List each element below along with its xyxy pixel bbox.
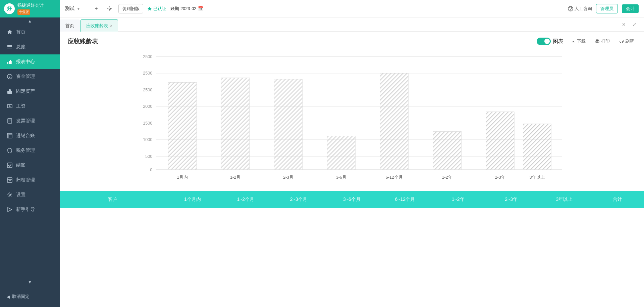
svg-rect-2 bbox=[7, 48, 12, 48]
col-header-3y-plus: 3年以上 bbox=[538, 191, 591, 208]
sidebar-item-invoice[interactable]: 发票管理 bbox=[0, 114, 60, 128]
svg-text:2500: 2500 bbox=[143, 71, 152, 76]
sidebar: 好 畅捷通好会计 专业版 ▲ 首页 总账 报表中心 ¥ bbox=[0, 0, 60, 307]
svg-text:0: 0 bbox=[150, 168, 152, 172]
svg-rect-46 bbox=[274, 79, 302, 170]
sidebar-label-assets: 固定资产 bbox=[16, 88, 35, 94]
scroll-down-arrow[interactable]: ▼ bbox=[0, 278, 60, 286]
col-header-1-2y: 1~2年 bbox=[432, 191, 485, 208]
content-area: 应收账龄表 图表 下载 打印 bbox=[60, 32, 644, 307]
download-btn[interactable]: 下载 bbox=[569, 37, 588, 46]
svg-rect-51 bbox=[523, 124, 551, 170]
sidebar-item-funds[interactable]: ¥ 资金管理 bbox=[0, 69, 60, 84]
sidebar-logo[interactable]: 好 畅捷通好会计 专业版 bbox=[0, 0, 60, 17]
sidebar-menu: 首页 总账 报表中心 ¥ 资金管理 固定资产 bbox=[0, 25, 60, 278]
sidebar-label-home: 首页 bbox=[16, 29, 25, 35]
tax-icon bbox=[7, 147, 13, 154]
tab-close-btn[interactable]: × bbox=[110, 24, 112, 28]
logo-text-block: 畅捷通好会计 专业版 bbox=[17, 3, 44, 15]
refresh-btn[interactable]: 刷新 bbox=[617, 37, 636, 46]
topbar-divider-1 bbox=[86, 5, 86, 12]
topbar-right: 人工咨询 管理员 会计 bbox=[568, 4, 639, 13]
sidebar-item-salary[interactable]: 工资 bbox=[0, 99, 60, 114]
tabs-right-actions: ✕ ⤢ bbox=[620, 20, 639, 29]
tabs-bar: 首页 应收账龄表 × ✕ ⤢ bbox=[60, 17, 644, 32]
sidebar-label-tax: 税务管理 bbox=[16, 147, 35, 154]
svg-rect-48 bbox=[380, 73, 408, 170]
svg-rect-3 bbox=[7, 62, 8, 64]
svg-rect-15 bbox=[7, 133, 12, 138]
accountant-btn[interactable]: 会计 bbox=[622, 4, 639, 13]
company-name: 测试 bbox=[65, 6, 74, 12]
table-header: 客户 1个月内 1~2个月 2~3个月 3~6个月 6~12个月 1~2年 2~… bbox=[60, 191, 644, 208]
svg-marker-23 bbox=[8, 208, 12, 212]
sidebar-item-guide[interactable]: 新手引导 bbox=[0, 202, 60, 217]
svg-text:6-12个月: 6-12个月 bbox=[386, 175, 403, 180]
svg-rect-47 bbox=[327, 136, 355, 170]
sidebar-label-funds: 资金管理 bbox=[16, 74, 35, 80]
scroll-up-arrow[interactable]: ▲ bbox=[0, 17, 60, 25]
salary-icon bbox=[7, 103, 13, 109]
service-btn[interactable]: 人工咨询 bbox=[568, 6, 592, 12]
sidebar-item-closing[interactable]: 结账 bbox=[0, 158, 60, 173]
funds-icon: ¥ bbox=[7, 74, 13, 80]
svg-rect-6 bbox=[11, 61, 12, 64]
sidebar-item-trading[interactable]: 进销台账 bbox=[0, 128, 60, 143]
sidebar-item-reports[interactable]: 报表中心 bbox=[0, 54, 60, 69]
cancel-fixed-btn[interactable]: ◀ 取消固定 bbox=[0, 290, 60, 303]
topbar: 测试 ▼ + 切到旧版 已认证 账期 2023-02 📅 人工咨询 管理员 会计 bbox=[60, 0, 644, 17]
tab-receivable-aging-label: 应收账龄表 bbox=[86, 23, 108, 29]
bar-chart: 2500 2500 2500 2000 1500 1000 500 0 bbox=[68, 53, 636, 187]
svg-rect-19 bbox=[7, 178, 12, 179]
sidebar-item-ledger[interactable]: 总账 bbox=[0, 40, 60, 54]
main-area: 测试 ▼ + 切到旧版 已认证 账期 2023-02 📅 人工咨询 管理员 会计 bbox=[60, 0, 644, 307]
closing-icon bbox=[7, 162, 13, 168]
tab-home[interactable]: 首页 bbox=[60, 19, 80, 32]
company-selector[interactable]: 测试 ▼ bbox=[65, 6, 80, 12]
col-header-1m: 1个月内 bbox=[166, 191, 219, 208]
svg-rect-1 bbox=[7, 46, 12, 47]
chart-toggle-container: 图表 bbox=[537, 38, 564, 45]
sidebar-item-tax[interactable]: 税务管理 bbox=[0, 143, 60, 158]
sidebar-item-assets[interactable]: 固定资产 bbox=[0, 84, 60, 99]
svg-rect-49 bbox=[433, 132, 461, 170]
svg-text:1-2年: 1-2年 bbox=[442, 175, 452, 180]
sidebar-label-trading: 进销台账 bbox=[16, 133, 35, 139]
svg-point-26 bbox=[570, 10, 571, 11]
invoice-icon bbox=[7, 118, 13, 124]
col-header-2-3y: 2~3年 bbox=[485, 191, 538, 208]
sidebar-label-ledger: 总账 bbox=[16, 44, 25, 50]
svg-rect-4 bbox=[9, 61, 10, 64]
period-display: 账期 2023-02 📅 bbox=[170, 6, 203, 12]
certified-badge: 已认证 bbox=[147, 6, 166, 12]
print-btn[interactable]: 打印 bbox=[593, 37, 612, 46]
assets-icon bbox=[7, 88, 13, 94]
guide-icon bbox=[7, 207, 13, 213]
tab-close-panel-btn[interactable]: ✕ bbox=[620, 20, 628, 29]
calendar-icon[interactable]: 📅 bbox=[198, 6, 203, 11]
sidebar-item-archive[interactable]: 归档管理 bbox=[0, 173, 60, 187]
cancel-fixed-icon: ◀ bbox=[7, 294, 10, 299]
page-actions: 图表 下载 打印 刷新 bbox=[537, 37, 636, 46]
reports-icon bbox=[7, 59, 13, 65]
col-header-total: 合计 bbox=[591, 191, 644, 208]
tab-receivable-aging[interactable]: 应收账龄表 × bbox=[80, 19, 118, 32]
add-company-btn[interactable]: + bbox=[92, 4, 101, 13]
svg-rect-44 bbox=[168, 82, 197, 170]
page-title: 应收账龄表 bbox=[68, 37, 98, 45]
user-btn[interactable]: 管理员 bbox=[596, 4, 618, 13]
switch-old-btn[interactable]: 切到旧版 bbox=[118, 4, 143, 13]
sidebar-item-settings[interactable]: 设置 bbox=[0, 187, 60, 202]
svg-rect-45 bbox=[221, 78, 250, 170]
sidebar-bottom: ◀ 取消固定 bbox=[0, 286, 60, 307]
archive-icon bbox=[7, 177, 13, 183]
svg-rect-50 bbox=[486, 112, 514, 170]
svg-rect-5 bbox=[10, 60, 11, 64]
settings-icon bbox=[7, 192, 13, 198]
settings-btn[interactable] bbox=[105, 4, 114, 13]
ledger-icon bbox=[7, 44, 13, 50]
chart-toggle[interactable] bbox=[537, 38, 551, 45]
edition-badge: 专业版 bbox=[17, 9, 30, 15]
sidebar-item-home[interactable]: 首页 bbox=[0, 25, 60, 40]
tab-expand-btn[interactable]: ⤢ bbox=[631, 20, 639, 29]
